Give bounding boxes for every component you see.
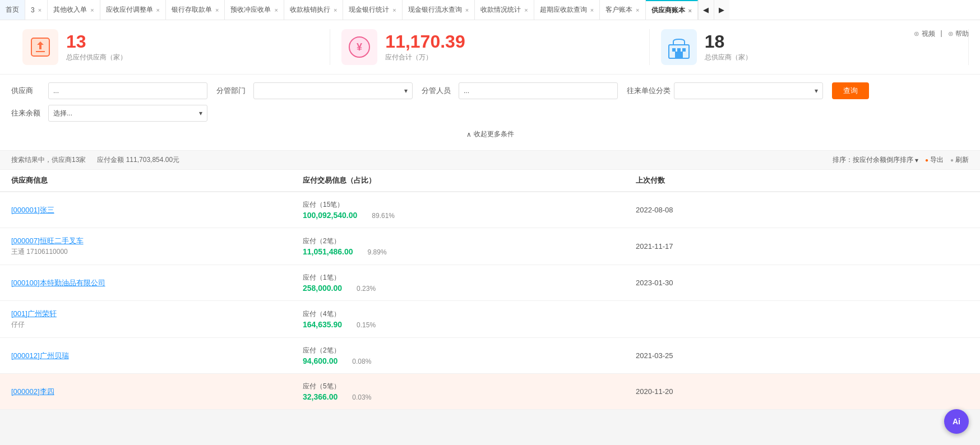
- svg-rect-5: [677, 48, 681, 52]
- balance-placeholder: 选择...: [53, 109, 72, 118]
- export-button[interactable]: 导出: [925, 155, 944, 165]
- balance-select[interactable]: 选择... ▾: [48, 105, 207, 122]
- payable-info-cell: 应付（15笔） 100,092,540.00 89.61%: [303, 200, 636, 220]
- nav-tab-supplier-close[interactable]: ×: [688, 7, 692, 14]
- payable-info: 164,635.90 0.15%: [303, 319, 636, 329]
- nav-tab-collection[interactable]: 收款核销执行 ×: [284, 0, 343, 20]
- nav-tab-prepay-close[interactable]: ×: [274, 7, 278, 13]
- payable-label: 应付（2笔）: [303, 346, 636, 355]
- payable-info-cell: 应付（4笔） 164,635.90 0.15%: [303, 309, 636, 329]
- payable-percent: 0.03%: [352, 393, 371, 401]
- stat-label-total-suppliers: 总供应商（家）: [705, 53, 752, 62]
- nav-arrow-left[interactable]: ◀: [698, 0, 714, 20]
- person-filter-label: 分管人员: [422, 86, 455, 96]
- filter-item-supplier: 供应商 ...: [11, 82, 207, 99]
- filter-row-1: 供应商 ... 分管部门 ▾ 分管人员 ... 往来单位分类 ▾: [11, 82, 969, 99]
- nav-tab-payment-stat-label: 收款情况统计: [480, 5, 521, 15]
- nav-tab-3-close[interactable]: ×: [38, 7, 41, 13]
- stat-text-3: 18 总供应商（家）: [705, 33, 752, 62]
- table-row[interactable]: [001]广州荣轩 仔仔 应付（4笔） 164,635.90 0.15%: [0, 301, 980, 338]
- nav-tab-overdue-close[interactable]: ×: [590, 7, 594, 13]
- supplier-name-link[interactable]: [000012]广州贝瑞: [11, 351, 303, 361]
- unit-class-select[interactable]: ▾: [674, 82, 823, 99]
- payable-info-cell: 应付（5笔） 32,366.00 0.03%: [303, 382, 636, 401]
- last-pay-cell: 2020-11-20: [636, 387, 969, 396]
- nav-tab-cash-stat-close[interactable]: ×: [392, 7, 396, 13]
- refresh-label: 刷新: [955, 155, 969, 165]
- table-row[interactable]: [000012]广州贝瑞 应付（2笔） 94,600.00 0.08% 2021…: [0, 338, 980, 374]
- nav-tab-ar-adjust-close[interactable]: ×: [156, 7, 160, 13]
- nav-tab-bank-deposit[interactable]: 银行存取款单 ×: [166, 0, 225, 20]
- stat-icon-1: [22, 29, 58, 65]
- stat-num-payable-suppliers: 13: [66, 33, 127, 50]
- supplier-name-link[interactable]: [000001]张三: [11, 205, 303, 215]
- supplier-dots: ...: [53, 87, 59, 95]
- nav-tab-home-label: 首页: [6, 5, 19, 15]
- sort-button[interactable]: 排序：按应付余额倒序排序 ▾: [833, 155, 918, 165]
- nav-tab-cash-flow[interactable]: 现金银行流水查询 ×: [403, 0, 475, 20]
- help-link[interactable]: ⊙ 帮助: [948, 29, 969, 39]
- collapse-bar: ∧ 收起更多条件: [11, 127, 969, 145]
- nav-tab-3[interactable]: 3 ×: [25, 0, 48, 20]
- nav-tab-cash-flow-close[interactable]: ×: [465, 7, 469, 13]
- link-separator: |: [941, 29, 942, 39]
- collapse-button[interactable]: ∧ 收起更多条件: [466, 129, 514, 139]
- nav-tab-home[interactable]: 首页: [0, 0, 25, 20]
- search-button[interactable]: 查询: [832, 82, 869, 99]
- last-pay-date: 2022-08-08: [636, 206, 673, 214]
- nav-tab-payment-stat-close[interactable]: ×: [524, 7, 528, 13]
- supplier-name-link[interactable]: [000007]恒旺二手叉车: [11, 236, 303, 246]
- nav-tab-cash-stat[interactable]: 现金银行统计 ×: [343, 0, 402, 20]
- nav-tab-customer-close[interactable]: ×: [636, 7, 639, 13]
- nav-tab-other-income-label: 其他收入单: [53, 5, 87, 15]
- nav-tab-customer-label: 客户账本: [605, 5, 632, 15]
- nav-tab-payment-stat[interactable]: 收款情况统计 ×: [475, 0, 534, 20]
- top-navigation: 首页 3 × 其他收入单 × 应收应付调整单 × 银行存取款单 × 预收冲应收单…: [0, 0, 980, 20]
- nav-tab-bank-deposit-close[interactable]: ×: [215, 7, 219, 13]
- nav-tab-cash-flow-label: 现金银行流水查询: [408, 5, 462, 15]
- person-input[interactable]: ...: [459, 82, 618, 99]
- last-pay-cell: 2023-01-30: [636, 279, 969, 287]
- top-right-links: ⊙ 视频 | ⊙ 帮助: [914, 29, 969, 39]
- supplier-input[interactable]: ...: [48, 82, 207, 99]
- payable-info: 258,000.00 0.23%: [303, 282, 636, 293]
- refresh-button[interactable]: 刷新: [950, 155, 969, 165]
- nav-tab-other-income[interactable]: 其他收入单 ×: [48, 0, 100, 20]
- nav-arrow-right[interactable]: ▶: [714, 0, 729, 20]
- video-link[interactable]: ⊙ 视频: [914, 29, 935, 39]
- stat-icon-3: [661, 29, 697, 65]
- nav-tab-collection-label: 收款核销执行: [290, 5, 330, 15]
- nav-tab-overdue[interactable]: 超期应收款查询 ×: [534, 0, 600, 20]
- table-row[interactable]: [000007]恒旺二手叉车 王通 17106110000 应付（2笔） 11,…: [0, 228, 980, 265]
- table-row[interactable]: [000100]本特勤油品有限公司 应付（1笔） 258,000.00 0.23…: [0, 265, 980, 301]
- nav-tab-ar-adjust[interactable]: 应收应付调整单 ×: [100, 0, 166, 20]
- svg-text:¥: ¥: [357, 41, 362, 53]
- nav-tab-collection-close[interactable]: ×: [334, 7, 337, 13]
- person-dots: ...: [464, 87, 469, 95]
- stat-label-payable-suppliers: 总应付供应商（家）: [66, 53, 127, 62]
- nav-tab-ar-adjust-label: 应收应付调整单: [106, 5, 153, 15]
- result-actions: 排序：按应付余额倒序排序 ▾ 导出 刷新: [833, 155, 969, 165]
- filter-item-balance: 往来余额 选择... ▾: [11, 105, 207, 122]
- supplier-name-link[interactable]: [000002]李四: [11, 387, 303, 397]
- table-header-payable: 应付交易信息（占比）: [303, 175, 636, 186]
- stat-text-2: 11,170.39 应付合计（万）: [385, 33, 465, 62]
- table-row[interactable]: [000001]张三 应付（15笔） 100,092,540.00 89.61%…: [0, 192, 980, 228]
- nav-tab-supplier[interactable]: 供应商账本 ×: [646, 0, 698, 20]
- nav-tab-supplier-label: 供应商账本: [651, 6, 685, 15]
- supplier-name-link[interactable]: [000100]本特勤油品有限公司: [11, 278, 303, 288]
- nav-tab-customer[interactable]: 客户账本 ×: [600, 0, 645, 20]
- result-bar: 搜索结果中，供应商13家 应付金额 111,703,854.00元 排序：按应付…: [0, 151, 980, 170]
- table-row[interactable]: [000002]李四 应付（5笔） 32,366.00 0.03% 2020-1…: [0, 374, 980, 410]
- payable-percent: 0.08%: [352, 358, 371, 365]
- last-pay-date: 2020-11-20: [636, 387, 673, 396]
- nav-tab-prepay[interactable]: 预收冲应收单 ×: [225, 0, 284, 20]
- supplier-filter-label: 供应商: [11, 86, 45, 96]
- balance-filter-label: 往来余额: [11, 108, 45, 118]
- sort-chevron-icon: ▾: [915, 156, 918, 164]
- svg-rect-4: [672, 48, 676, 52]
- supplier-name-link[interactable]: [001]广州荣轩: [11, 309, 303, 319]
- dept-select[interactable]: ▾: [253, 82, 413, 99]
- nav-tab-other-income-close[interactable]: ×: [90, 7, 94, 13]
- svg-rect-7: [675, 52, 683, 58]
